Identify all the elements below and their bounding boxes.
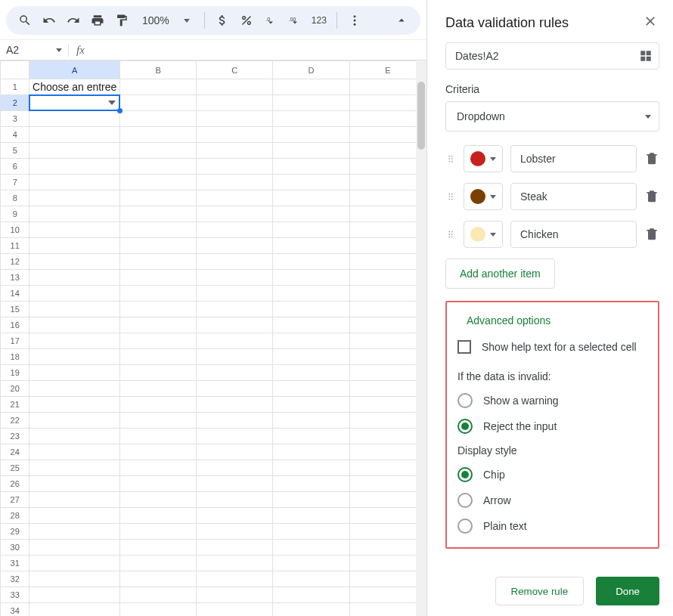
row-header[interactable]: 20 xyxy=(1,381,29,397)
row-header[interactable]: 17 xyxy=(1,333,29,349)
row-header[interactable]: 18 xyxy=(1,349,29,365)
criteria-select[interactable]: Dropdown xyxy=(445,101,659,132)
radio-button[interactable] xyxy=(457,493,473,508)
radio-reject-input[interactable]: Reject the input xyxy=(457,419,647,434)
item-value-input[interactable]: Chicken xyxy=(510,221,637,248)
select-range-icon[interactable] xyxy=(639,49,653,63)
item-color-picker[interactable] xyxy=(464,183,503,210)
col-header-D[interactable]: D xyxy=(273,61,349,79)
radio-button[interactable] xyxy=(457,419,473,434)
item-color-picker[interactable] xyxy=(464,221,503,248)
row-header[interactable]: 21 xyxy=(1,397,29,413)
row-header[interactable]: 8 xyxy=(1,190,29,206)
radio-button[interactable] xyxy=(457,518,473,534)
row-header[interactable]: 2 xyxy=(1,95,29,111)
redo-icon[interactable] xyxy=(62,9,85,32)
row-header[interactable]: 16 xyxy=(1,317,29,333)
decrease-decimal-icon[interactable]: .0 xyxy=(259,9,282,32)
increase-decimal-icon[interactable]: .00 xyxy=(284,9,306,32)
row-header[interactable]: 25 xyxy=(1,460,29,476)
row-header[interactable]: 4 xyxy=(1,127,29,143)
row-header[interactable]: 19 xyxy=(1,365,29,381)
col-header-E[interactable]: E xyxy=(349,61,426,79)
print-icon[interactable] xyxy=(86,9,109,32)
row-header[interactable]: 12 xyxy=(1,254,29,270)
delete-item-icon[interactable] xyxy=(644,188,659,206)
row-header[interactable]: 22 xyxy=(1,413,29,429)
more-formats-icon[interactable]: 123 xyxy=(308,9,330,32)
svg-text:.00: .00 xyxy=(289,17,296,22)
name-box[interactable]: A2 xyxy=(0,44,68,56)
col-header-B[interactable]: B xyxy=(119,61,196,79)
delete-item-icon[interactable] xyxy=(644,150,659,168)
svg-point-10 xyxy=(451,161,453,163)
fill-handle[interactable] xyxy=(117,108,123,113)
formula-bar[interactable]: fx xyxy=(68,44,426,57)
checkbox[interactable] xyxy=(457,340,471,354)
row-header[interactable]: 24 xyxy=(1,444,29,460)
more-icon[interactable] xyxy=(343,9,366,32)
help-text-checkbox-row[interactable]: Show help text for a selected cell xyxy=(457,340,647,354)
row-header[interactable]: 11 xyxy=(1,238,29,254)
drag-handle-icon[interactable] xyxy=(445,190,456,203)
drag-handle-icon[interactable] xyxy=(445,152,456,166)
advanced-options-section: Advanced options Show help text for a se… xyxy=(445,301,659,549)
cell-A1[interactable]: Choose an entree xyxy=(29,79,119,95)
row-header[interactable]: 30 xyxy=(1,540,29,556)
row-header[interactable]: 6 xyxy=(1,159,29,175)
radio-show-warning[interactable]: Show a warning xyxy=(457,393,647,408)
row-header[interactable]: 3 xyxy=(1,111,29,127)
delete-item-icon[interactable] xyxy=(644,226,659,243)
vertical-scrollbar[interactable] xyxy=(416,60,426,616)
spreadsheet-grid[interactable]: A B C D E 1Choose an entree 2 3 4 5 6 7 … xyxy=(0,60,426,616)
radio-button[interactable] xyxy=(457,393,473,408)
row-header[interactable]: 26 xyxy=(1,476,29,492)
chevron-down-icon[interactable] xyxy=(56,48,62,52)
range-input[interactable]: Dates!A2 xyxy=(445,42,659,70)
row-header[interactable]: 28 xyxy=(1,508,29,524)
row-header[interactable]: 34 xyxy=(1,603,29,617)
radio-plain-text[interactable]: Plain text xyxy=(457,518,647,534)
paint-format-icon[interactable] xyxy=(110,9,133,32)
col-header-C[interactable]: C xyxy=(197,61,273,79)
row-header[interactable]: 32 xyxy=(1,571,29,587)
row-header[interactable]: 27 xyxy=(1,492,29,508)
select-all-corner[interactable] xyxy=(1,61,29,79)
radio-arrow[interactable]: Arrow xyxy=(457,493,647,508)
row-header[interactable]: 29 xyxy=(1,524,29,540)
done-button[interactable]: Done xyxy=(596,577,659,605)
item-color-picker[interactable] xyxy=(464,145,503,172)
svg-point-19 xyxy=(448,234,450,235)
zoom-dropdown-icon[interactable] xyxy=(175,9,198,32)
row-header[interactable]: 33 xyxy=(1,587,29,603)
close-icon[interactable] xyxy=(643,14,658,32)
row-header[interactable]: 7 xyxy=(1,175,29,190)
row-header[interactable]: 13 xyxy=(1,270,29,286)
item-value-input[interactable]: Steak xyxy=(510,183,637,210)
undo-icon[interactable] xyxy=(38,9,60,32)
zoom-level[interactable]: 100% xyxy=(135,14,174,26)
collapse-toolbar-icon[interactable] xyxy=(390,9,413,32)
color-swatch xyxy=(470,227,485,242)
col-header-A[interactable]: A xyxy=(29,61,119,79)
item-value-input[interactable]: Lobster xyxy=(510,145,637,172)
currency-icon[interactable] xyxy=(211,9,234,32)
radio-button[interactable] xyxy=(457,467,473,482)
row-header[interactable]: 9 xyxy=(1,206,29,222)
cell-A2[interactable] xyxy=(29,95,119,111)
dropdown-chip-icon[interactable] xyxy=(108,101,116,105)
row-header[interactable]: 1 xyxy=(1,79,29,95)
remove-rule-button[interactable]: Remove rule xyxy=(495,577,585,605)
row-header[interactable]: 10 xyxy=(1,222,29,238)
add-another-item-button[interactable]: Add another item xyxy=(445,258,555,289)
radio-chip[interactable]: Chip xyxy=(457,467,647,482)
search-icon[interactable] xyxy=(14,9,36,32)
percent-icon[interactable] xyxy=(235,9,258,32)
row-header[interactable]: 15 xyxy=(1,302,29,317)
row-header[interactable]: 5 xyxy=(1,143,29,159)
advanced-options-title[interactable]: Advanced options xyxy=(457,314,647,327)
row-header[interactable]: 23 xyxy=(1,429,29,444)
row-header[interactable]: 31 xyxy=(1,556,29,571)
row-header[interactable]: 14 xyxy=(1,286,29,302)
drag-handle-icon[interactable] xyxy=(445,228,456,241)
